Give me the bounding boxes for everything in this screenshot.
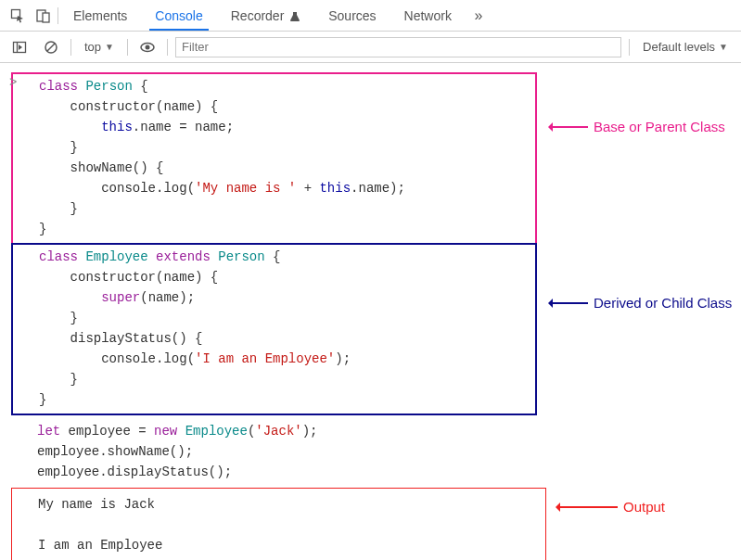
- context-label: top: [84, 40, 101, 54]
- console-content: > class Person { constructor(name) { thi…: [0, 63, 741, 560]
- live-expression-icon[interactable]: [135, 35, 160, 59]
- divider: [167, 39, 168, 56]
- divider: [127, 39, 128, 56]
- inspect-icon[interactable]: [6, 4, 30, 28]
- output-line: I am an Employee: [38, 538, 162, 553]
- svg-rect-2: [43, 13, 49, 22]
- arrow-left-icon: [553, 302, 588, 304]
- divider: [57, 7, 58, 24]
- tab-network[interactable]: Network: [391, 1, 465, 30]
- svg-point-8: [145, 45, 149, 49]
- chevron-down-icon: ▼: [105, 42, 114, 52]
- console-toolbar: top ▼ Default levels ▼: [0, 32, 741, 63]
- prompt-marker: >: [9, 72, 17, 93]
- arrow-left-icon: [553, 126, 588, 128]
- code-employee-class: class Employee extends Person { construc…: [11, 243, 537, 415]
- annotation-label: Derived or Child Class: [594, 293, 732, 313]
- output-line: My name is Jack: [38, 497, 155, 512]
- arrow-left-icon: [560, 506, 618, 508]
- annotation-label: Base or Parent Class: [594, 117, 725, 137]
- chevron-down-icon: ▼: [719, 42, 728, 52]
- levels-label: Default levels: [643, 40, 715, 54]
- devtools-tabbar: Elements Console Recorder Sources Networ…: [0, 0, 741, 32]
- clear-console-icon[interactable]: [39, 35, 63, 59]
- annotation-parent: Base or Parent Class: [553, 117, 725, 137]
- console-output: My name is Jack I am an Employee: [11, 488, 546, 560]
- tab-sources[interactable]: Sources: [315, 1, 389, 30]
- annotation-child: Derived or Child Class: [553, 293, 732, 313]
- divider: [629, 39, 630, 56]
- tab-elements[interactable]: Elements: [60, 1, 140, 30]
- code-person-class: class Person { constructor(name) { this.…: [11, 72, 537, 243]
- annotation-label: Output: [623, 497, 665, 517]
- annotation-output: Output: [560, 497, 665, 517]
- tab-recorder[interactable]: Recorder: [218, 1, 313, 30]
- context-selector[interactable]: top ▼: [79, 38, 120, 56]
- divider: [70, 39, 71, 56]
- more-tabs-icon[interactable]: »: [466, 4, 491, 28]
- flask-icon: [289, 11, 300, 22]
- sidebar-toggle-icon[interactable]: [7, 35, 32, 59]
- code-usage: let employee = new Employee('Jack'); emp…: [6, 415, 741, 488]
- tab-recorder-label: Recorder: [231, 8, 285, 23]
- device-toggle-icon[interactable]: [32, 4, 56, 28]
- svg-line-6: [47, 44, 55, 51]
- tab-console[interactable]: Console: [142, 1, 215, 30]
- log-levels-selector[interactable]: Default levels ▼: [637, 40, 734, 54]
- filter-input[interactable]: [175, 37, 621, 57]
